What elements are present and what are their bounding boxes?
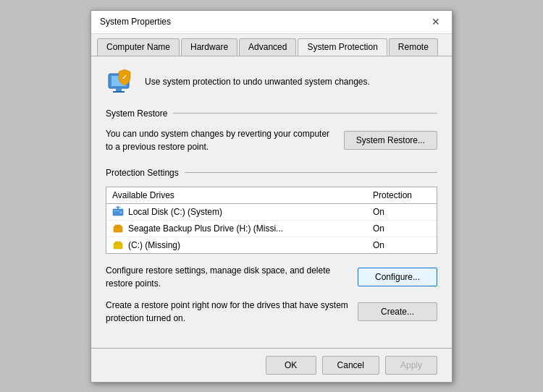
- drive-3-name: (C:) (Missing): [128, 240, 373, 250]
- col-drive-header: Available Drives: [112, 190, 373, 200]
- tab-remote[interactable]: Remote: [389, 38, 438, 56]
- tab-advanced[interactable]: Advanced: [239, 38, 296, 56]
- svg-rect-9: [115, 225, 121, 227]
- protection-settings-header: Protection Settings: [106, 168, 437, 178]
- create-button[interactable]: Create...: [358, 302, 437, 321]
- drive-3-protection: On: [373, 240, 431, 250]
- ok-button[interactable]: OK: [266, 356, 316, 375]
- dialog-title: System Properties: [100, 17, 171, 27]
- svg-rect-3: [113, 91, 125, 93]
- configure-description: Configure restore settings, manage disk …: [106, 264, 349, 290]
- system-properties-dialog: System Properties ✕ Computer Name Hardwa…: [90, 10, 452, 383]
- drives-table: Available Drives Protection Local Disk (…: [106, 187, 437, 254]
- svg-rect-11: [115, 242, 121, 244]
- apply-button[interactable]: Apply: [385, 356, 437, 375]
- drive-2-name: Seagate Backup Plus Drive (H:) (Missi...: [128, 223, 373, 234]
- restore-body: You can undo system changes by reverting…: [106, 127, 437, 153]
- protection-settings-title: Protection Settings: [106, 168, 179, 178]
- drive-row-1[interactable]: Local Disk (C:) (System) On: [106, 204, 437, 221]
- tabs-container: Computer Name Hardware Advanced System P…: [91, 34, 452, 56]
- restore-description: You can undo system changes by reverting…: [106, 127, 335, 153]
- drive-1-protection: On: [373, 207, 431, 217]
- drive-2-protection: On: [373, 223, 431, 234]
- configure-row: Configure restore settings, manage disk …: [106, 264, 437, 290]
- header-description: Use system protection to undo unwanted s…: [145, 76, 370, 88]
- configure-button[interactable]: Configure...: [358, 268, 437, 286]
- svg-point-6: [120, 211, 122, 213]
- drive-1-name: Local Disk (C:) (System): [128, 207, 373, 217]
- svg-rect-2: [116, 88, 122, 91]
- protection-settings-divider: [185, 172, 437, 173]
- create-description: Create a restore point right now for the…: [106, 299, 349, 325]
- svg-text:✓: ✓: [122, 74, 127, 81]
- close-button[interactable]: ✕: [429, 14, 443, 29]
- drive-system-icon: [112, 206, 124, 218]
- create-row: Create a restore point right now for the…: [106, 299, 437, 325]
- drives-table-header: Available Drives Protection: [106, 187, 437, 204]
- tab-content: ✓ Use system protection to undo unwanted…: [91, 56, 452, 348]
- svg-rect-7: [114, 210, 119, 211]
- drive-row-2[interactable]: Seagate Backup Plus Drive (H:) (Missi...…: [106, 221, 437, 237]
- system-restore-divider: [173, 113, 437, 114]
- shield-icon: ✓: [106, 68, 135, 97]
- tab-system-protection[interactable]: System Protection: [298, 38, 387, 56]
- drive-missing-icon: [112, 239, 124, 251]
- cancel-button[interactable]: Cancel: [322, 356, 379, 375]
- tab-computer-name[interactable]: Computer Name: [97, 38, 180, 56]
- protection-settings-section: Protection Settings Available Drives Pro…: [106, 168, 437, 325]
- system-restore-header: System Restore: [106, 108, 437, 119]
- system-restore-button[interactable]: System Restore...: [344, 131, 437, 150]
- title-bar: System Properties ✕: [91, 11, 452, 34]
- dialog-footer: OK Cancel Apply: [91, 348, 452, 382]
- header-section: ✓ Use system protection to undo unwanted…: [106, 68, 437, 97]
- tab-hardware[interactable]: Hardware: [181, 38, 237, 56]
- system-restore-title: System Restore: [106, 108, 167, 119]
- system-restore-section: System Restore You can undo system chang…: [106, 108, 437, 153]
- col-protection-header: Protection: [373, 190, 431, 200]
- drive-backup-icon: [112, 223, 124, 234]
- drive-row-3[interactable]: (C:) (Missing) On: [106, 237, 437, 253]
